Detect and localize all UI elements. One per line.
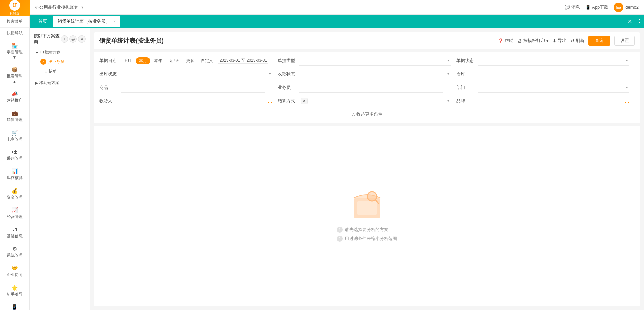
sidebar-item-wholesale[interactable]: 📦 批发管理 ▲	[0, 63, 29, 87]
doctype-dropdown[interactable]: ▾	[299, 56, 451, 66]
date-btn-custom[interactable]: 自定义	[198, 57, 216, 64]
tab-maximize-btn[interactable]: ⛶	[635, 18, 640, 24]
filter-cell-receipt: 收款状态 ▾	[278, 69, 456, 79]
settlement-arrow-icon: ▾	[447, 99, 449, 103]
collapse-scheme-btn[interactable]: «	[78, 35, 86, 43]
brand-input[interactable]	[478, 96, 622, 106]
dept-arrow-icon: ▾	[626, 85, 628, 90]
salesperson-input[interactable]	[299, 83, 443, 93]
sidebar-item-purchase[interactable]: 🛍 采购管理	[0, 146, 29, 165]
basic-icon: 🗂	[12, 226, 17, 232]
scheme-item-by-salesperson[interactable]: ✓ 按业务员	[30, 57, 90, 67]
sub-icon: ⊞	[44, 69, 47, 73]
scheme-group-mobile: ▶ 移动端方案	[30, 77, 90, 88]
goods-dots-btn[interactable]: …	[268, 85, 272, 90]
salesperson-dots-btn[interactable]: …	[446, 85, 451, 90]
topbar-left: 办公用品行业模拟账套 ▾	[35, 4, 83, 10]
system-label: 系统管理	[7, 253, 23, 258]
sidebar-item-retail[interactable]: 🏪 零售管理 ▼	[0, 39, 29, 63]
collapse-label: 收起更多条件	[356, 111, 382, 117]
refresh-btn[interactable]: ↺ 刷新	[571, 38, 584, 44]
wholesale-icon: 📦	[11, 66, 18, 73]
filter-cell-doctype: 单据类型 ▾	[278, 56, 456, 66]
goods-input[interactable]	[121, 83, 265, 93]
tabbar: 首页 销货单统计表（按业务员） × ✕ ⛶	[30, 15, 644, 28]
sidebar: 好 标账版 搜索菜单 快捷导航 🏪 零售管理 ▼ 📦 批发管理 ▲ 📣 营销推广…	[0, 0, 30, 310]
sidebar-item-marketing[interactable]: 📣 营销推广	[0, 87, 29, 107]
help-btn[interactable]: ❓ 帮助	[498, 38, 514, 44]
retail-label: 零售管理	[7, 49, 23, 55]
docstatus-dropdown[interactable]: ▾	[478, 56, 629, 66]
filter-cell-stockout: 出库状态 ▾	[99, 69, 278, 79]
stockout-dropdown[interactable]: ▾	[121, 69, 272, 79]
date-range-value[interactable]: 2023-03-01 至 2023-03-31	[218, 58, 268, 64]
quick-nav-item[interactable]: 快捷导航	[0, 28, 29, 39]
newbie-icon: 🌟	[11, 285, 18, 291]
sidebar-item-inventory[interactable]: 📊 库存核算	[0, 165, 29, 184]
inventory-icon: 📊	[11, 168, 18, 174]
date-btn-this-month[interactable]: 本月	[136, 57, 150, 64]
collapse-filters-btn[interactable]: ⋀ 收起更多条件	[99, 109, 635, 119]
scheme-group-mobile-title[interactable]: ▶ 移动端方案	[30, 79, 90, 87]
tab-home[interactable]: 首页	[34, 16, 52, 27]
query-button[interactable]: 查询	[588, 36, 610, 46]
wholesale-arrow: ▲	[13, 79, 17, 84]
app-download-btn[interactable]: 📱 App下载	[585, 4, 608, 10]
home-tab-label: 首页	[38, 18, 47, 24]
tab-close-icon[interactable]: ×	[113, 19, 116, 24]
filter-row-1: 单据日期 上月 本月 本年 近7天 更多 自定义 2023-03-01 至 20…	[99, 56, 635, 66]
newbie-label: 新手引导	[7, 292, 23, 297]
warehouse-dropdown[interactable]: …	[478, 69, 629, 79]
dropdown-arrow-icon[interactable]: ▾	[81, 5, 83, 10]
topbar: 办公用品行业模拟账套 ▾ 💬 消息 📱 App下载 Ea demo2	[30, 0, 644, 15]
mobile-arrow-icon: ▶	[35, 81, 38, 85]
dept-dropdown[interactable]: ▾	[478, 83, 629, 93]
collapse-icon: ⋀	[352, 112, 355, 117]
sidebar-item-basic[interactable]: 🗂 基础信息	[0, 223, 29, 242]
sidebar-item-appcenter[interactable]: 📱 应用中心	[0, 301, 29, 310]
marketing-label: 营销推广	[7, 98, 23, 103]
consignee-input[interactable]	[121, 96, 265, 106]
date-btn-last-month[interactable]: 上月	[121, 57, 134, 64]
sidebar-item-newbie[interactable]: 🌟 新手引导	[0, 281, 29, 301]
print-btn[interactable]: 🖨 按模板打印 ▾	[518, 38, 549, 44]
user-profile[interactable]: Ea demo2	[614, 3, 639, 12]
sidebar-item-enterprise[interactable]: 🤝 企业协同	[0, 262, 29, 281]
group-arrow-icon: ▼	[35, 50, 39, 55]
settings-button[interactable]: 设置	[614, 36, 635, 46]
date-btn-this-year[interactable]: 本年	[152, 57, 165, 64]
empty-svg	[347, 188, 387, 221]
sidebar-item-operation[interactable]: 📈 经营管理	[0, 204, 29, 223]
date-btn-more[interactable]: 更多	[183, 57, 197, 64]
brand-dots-btn[interactable]: …	[625, 98, 629, 104]
search-menu-item[interactable]: 搜索菜单	[0, 16, 29, 28]
settlement-tag: ×	[301, 98, 308, 104]
sidebar-item-ecommerce[interactable]: 🛒 电商管理	[0, 126, 29, 146]
receipt-label: 收款状态	[278, 71, 297, 77]
add-scheme-btn[interactable]: +	[61, 35, 68, 43]
main-area: 办公用品行业模拟账套 ▾ 💬 消息 📱 App下载 Ea demo2 首页	[30, 0, 644, 310]
wholesale-label: 批发管理	[7, 73, 23, 79]
ecommerce-label: 电商管理	[7, 137, 23, 142]
scheme-group-desktop: ▼ 电脑端方案 ✓ 按业务员 ⊞ 按单	[30, 47, 90, 77]
sidebar-item-finance[interactable]: 💰 资金管理	[0, 184, 29, 204]
export-btn[interactable]: ⬇ 导出	[553, 38, 567, 44]
settlement-dropdown[interactable]: × ▾	[299, 96, 451, 106]
date-btn-7days[interactable]: 近7天	[166, 57, 182, 64]
logo-icon: 好	[9, 0, 20, 11]
message-btn[interactable]: 💬 消息	[565, 4, 580, 10]
consignee-dots-btn[interactable]: …	[268, 98, 272, 104]
receipt-dropdown[interactable]: ▾	[299, 69, 451, 79]
sidebar-item-system[interactable]: ⚙ 系统管理	[0, 242, 29, 262]
settlement-tag-close[interactable]: ×	[303, 99, 305, 103]
sidebar-item-sales[interactable]: 💼 销售管理	[0, 107, 29, 126]
tab-close-window-btn[interactable]: ✕	[628, 18, 632, 25]
scheme-panel: 按以下方案查询 + ◎ « ▼ 电脑端方案 ✓ 按业务员	[30, 28, 90, 310]
scheme-sub-item-by-order[interactable]: ⊞ 按单	[30, 67, 90, 76]
scheme-group-desktop-title[interactable]: ▼ 电脑端方案	[30, 48, 90, 57]
stockout-arrow-icon: ▾	[269, 72, 271, 76]
system-icon: ⚙	[12, 246, 17, 252]
retail-arrow: ▼	[13, 55, 17, 60]
tab-sales-stat[interactable]: 销货单统计表（按业务员） ×	[53, 16, 120, 27]
copy-scheme-btn[interactable]: ◎	[69, 35, 77, 43]
